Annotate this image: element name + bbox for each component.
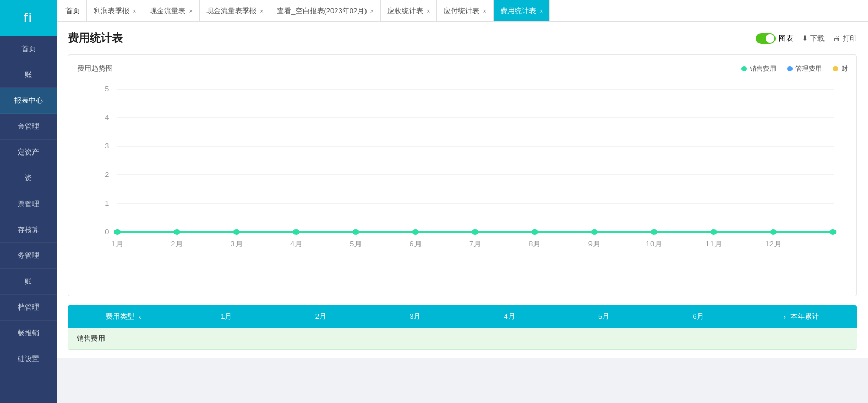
page-content-area: 费用统计表 图表 ⬇ 下载 🖨 打印 <box>57 22 868 358</box>
svg-text:2: 2 <box>105 171 109 178</box>
sidebar-item-settings[interactable]: 础设置 <box>0 346 57 372</box>
sidebar-item-home[interactable]: 首页 <box>0 36 57 62</box>
col-header-mar: 3月 <box>368 305 462 328</box>
svg-point-20 <box>531 229 538 235</box>
row-val-mar <box>370 328 465 349</box>
row-val-jun <box>652 328 746 349</box>
sidebar-item-invoice[interactable]: 票管理 <box>0 191 57 217</box>
chart-header: 费用趋势图 销售费用 管理费用 财 <box>77 64 848 74</box>
svg-point-23 <box>710 229 717 235</box>
download-button[interactable]: ⬇ 下载 <box>802 34 825 43</box>
svg-text:1: 1 <box>105 200 109 207</box>
sidebar-item-cash[interactable]: 金管理 <box>0 114 57 140</box>
close-tab-2[interactable]: × <box>189 8 192 14</box>
svg-point-21 <box>591 229 598 235</box>
svg-point-15 <box>233 229 240 235</box>
close-tab-5[interactable]: × <box>427 8 430 14</box>
svg-point-22 <box>651 229 657 235</box>
col-header-jan: 1月 <box>179 305 274 328</box>
svg-text:1月: 1月 <box>111 240 123 247</box>
svg-point-19 <box>472 229 478 235</box>
col-header-apr: 4月 <box>462 305 556 328</box>
sidebar-logo: fi <box>0 0 57 36</box>
tab-blank-report[interactable]: 查看_空白报表(2023年02月) × <box>270 0 381 22</box>
sidebar-item-capital[interactable]: 资 <box>0 165 57 191</box>
chart-area: 5 4 3 2 1 0 <box>77 78 848 287</box>
col-header-type: 费用类型 ‹ <box>68 305 179 328</box>
legend-dot-sales <box>741 66 747 71</box>
svg-text:6月: 6月 <box>410 240 422 247</box>
sidebar-item-service[interactable]: 务管理 <box>0 243 57 269</box>
svg-text:8月: 8月 <box>528 240 541 247</box>
legend-label-sales: 销售费用 <box>750 64 776 74</box>
legend-sales: 销售费用 <box>741 64 776 74</box>
chart-toggle-wrap: 图表 <box>756 33 793 44</box>
data-table: 费用类型 ‹ 1月 2月 3月 4月 5月 6月 › 本年累计 销售费用 <box>68 305 857 350</box>
chart-toggle-label: 图表 <box>779 34 793 43</box>
tab-home[interactable]: 首页 <box>59 0 87 22</box>
page-title: 费用统计表 <box>68 31 123 46</box>
download-label: 下载 <box>810 34 825 43</box>
print-icon: 🖨 <box>833 34 840 42</box>
sidebar-item-assets[interactable]: 定资产 <box>0 140 57 165</box>
chart-svg: 5 4 3 2 1 0 <box>77 78 848 281</box>
col-arrow-right[interactable]: › <box>783 312 786 321</box>
legend-label-finance: 财 <box>841 64 848 74</box>
tab-expense[interactable]: 费用统计表 × <box>494 0 550 22</box>
tab-profit-quarterly[interactable]: 利润表季报 × <box>87 0 143 22</box>
svg-point-18 <box>412 229 419 235</box>
row-val-apr <box>465 328 559 349</box>
header-actions: 图表 ⬇ 下载 🖨 打印 <box>756 33 857 44</box>
svg-text:4月: 4月 <box>290 240 302 247</box>
close-tab-6[interactable]: × <box>483 8 486 14</box>
main-content: 首页 利润表季报 × 现金流量表 × 现金流量表季报 × 查看_空白报表(202… <box>57 0 868 403</box>
row-val-feb <box>277 328 371 349</box>
chart-title: 费用趋势图 <box>77 64 113 74</box>
svg-text:3月: 3月 <box>231 240 243 247</box>
legend-dot-finance <box>833 66 838 71</box>
svg-point-16 <box>293 229 299 235</box>
svg-text:3: 3 <box>105 142 109 150</box>
svg-text:10月: 10月 <box>646 240 662 247</box>
tab-payable[interactable]: 应付统计表 × <box>437 0 493 22</box>
close-tab-3[interactable]: × <box>260 8 263 14</box>
tab-cashflow-quarterly[interactable]: 现金流量表季报 × <box>200 0 270 22</box>
svg-text:4: 4 <box>105 114 110 121</box>
sidebar-item-archive[interactable]: 档管理 <box>0 295 57 321</box>
svg-text:0: 0 <box>105 228 109 235</box>
row-val-jan <box>183 328 277 349</box>
chart-toggle[interactable] <box>756 33 776 44</box>
svg-text:7月: 7月 <box>469 240 481 247</box>
svg-text:12月: 12月 <box>765 240 782 247</box>
print-label: 打印 <box>843 34 857 43</box>
svg-text:9月: 9月 <box>588 240 600 247</box>
svg-text:11月: 11月 <box>705 240 722 247</box>
table-header: 费用类型 ‹ 1月 2月 3月 4月 5月 6月 › 本年累计 <box>68 305 857 328</box>
sidebar-item-expense[interactable]: 畅报销 <box>0 321 57 346</box>
tab-cashflow[interactable]: 现金流量表 × <box>143 0 199 22</box>
svg-point-14 <box>173 229 180 235</box>
sidebar-item-account[interactable]: 账 <box>0 62 57 88</box>
close-tab-7[interactable]: × <box>539 8 543 14</box>
svg-text:2月: 2月 <box>171 240 183 247</box>
chart-legend: 销售费用 管理费用 财 <box>741 64 848 74</box>
svg-text:5: 5 <box>105 85 109 92</box>
sidebar-item-inventory[interactable]: 存核算 <box>0 217 57 243</box>
close-tab-1[interactable]: × <box>133 8 136 14</box>
col-header-jun: 6月 <box>651 305 745 328</box>
sidebar-item-reports[interactable]: 报表中心 <box>0 88 57 114</box>
table-row: 销售费用 <box>68 328 857 350</box>
legend-dot-admin <box>787 66 793 71</box>
row-type-sales: 销售费用 <box>68 328 183 349</box>
sidebar-item-ledger[interactable]: 账 <box>0 269 57 295</box>
tab-receivable[interactable]: 应收统计表 × <box>381 0 437 22</box>
page-body: 费用统计表 图表 ⬇ 下载 🖨 打印 <box>57 22 868 403</box>
chart-container: 费用趋势图 销售费用 管理费用 财 <box>68 54 857 296</box>
col-arrow-left[interactable]: ‹ <box>139 312 141 321</box>
download-icon: ⬇ <box>802 34 808 42</box>
close-tab-4[interactable]: × <box>370 8 374 14</box>
svg-point-13 <box>114 229 121 235</box>
svg-point-25 <box>829 229 836 235</box>
print-button[interactable]: 🖨 打印 <box>833 34 857 43</box>
legend-admin: 管理费用 <box>787 64 822 74</box>
